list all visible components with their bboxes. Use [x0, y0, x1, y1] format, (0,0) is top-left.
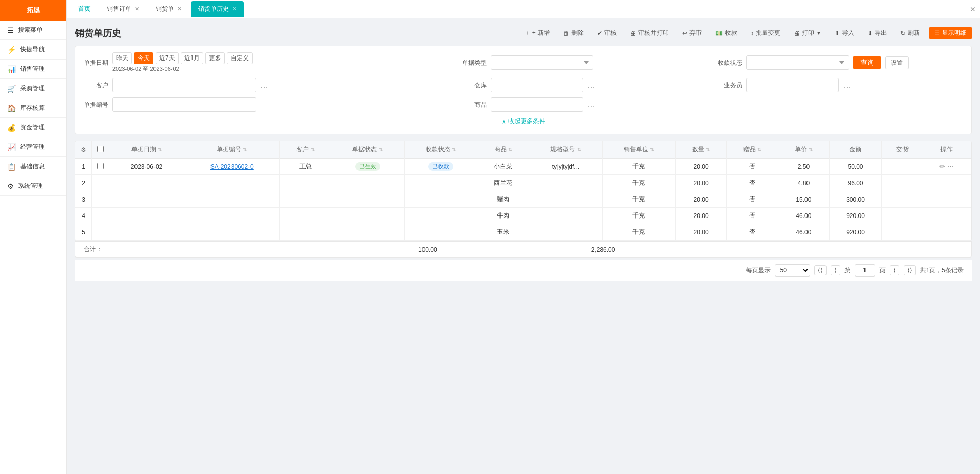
system-mgmt-icon: ⚙ [7, 182, 14, 190]
sidebar-item-basic-info[interactable]: 📋 基础信息 [0, 157, 66, 176]
col-doc-date[interactable]: 单据日期 ⇅ [109, 141, 184, 159]
batch-change-button[interactable]: ↕ 批量变更 [746, 27, 784, 40]
col-transaction[interactable]: 交货 [882, 141, 923, 159]
tab-sales-goods-close[interactable]: ✕ [177, 6, 182, 12]
col-unit[interactable]: 销售单位 ⇅ [602, 141, 675, 159]
cell-amount: 50.00 [829, 159, 881, 175]
collapse-button[interactable]: ∧ 收起更多条件 [84, 115, 963, 128]
doc-no-input[interactable] [112, 97, 256, 112]
staff-input[interactable] [746, 78, 839, 92]
refresh-button[interactable]: ↻ 刷新 [896, 27, 924, 40]
page-next-button[interactable]: ⟩ [890, 265, 899, 275]
review-print-button[interactable]: 🖨 审核并打印 [626, 27, 673, 40]
cell-doc-status [331, 208, 404, 224]
col-qty-label: 数量 [692, 146, 704, 153]
new-button[interactable]: ＋ + 新增 [520, 27, 554, 40]
sidebar-item-system-mgmt[interactable]: ⚙ 系统管理 [0, 176, 66, 196]
sidebar-item-label: 基础信息 [20, 162, 45, 171]
goods-input[interactable] [491, 97, 583, 112]
doc-type-select[interactable] [491, 55, 593, 70]
page-prev-button[interactable]: ⟨ [831, 265, 840, 275]
display-detail-button[interactable]: ☰ 显示明细 [929, 27, 972, 40]
warehouse-more-btn[interactable]: … [587, 81, 595, 89]
query-button[interactable]: 查询 [853, 56, 881, 69]
col-goods[interactable]: 商品 ⇅ [477, 141, 529, 159]
print-button[interactable]: 🖨 打印 ▼ [790, 27, 825, 40]
sidebar-item-purchase-mgmt[interactable]: 🛒 采购管理 [0, 79, 66, 98]
cell-checkbox[interactable] [92, 208, 109, 224]
col-checkbox[interactable] [92, 141, 109, 159]
date-range-text: 2023-06-02 至 2023-06-02 [112, 65, 253, 73]
date-1month-btn[interactable]: 近1月 [181, 52, 204, 64]
col-doc-no[interactable]: 单据编号 ⇅ [184, 141, 280, 159]
col-spec[interactable]: 规格型号 ⇅ [529, 141, 602, 159]
tab-sales-history[interactable]: 销货单历史 ✕ [191, 1, 244, 17]
filter-row-1: 单据日期 昨天 今天 近7天 近1月 更多 自定义 2023-06-02 至 2… [84, 52, 963, 73]
customer-more-btn[interactable]: … [260, 81, 268, 89]
customer-input[interactable] [112, 78, 256, 92]
sidebar-item-sales-mgmt[interactable]: 📊 销售管理 [0, 60, 66, 79]
table-header-row: ⚙ 单据日期 ⇅ 单据编号 ⇅ [75, 141, 971, 159]
collect-status-select[interactable] [746, 55, 849, 70]
cell-checkbox[interactable] [92, 159, 109, 175]
sidebar-item-finance[interactable]: 💰 资金管理 [0, 118, 66, 137]
page-first-button[interactable]: ⟨⟨ [814, 265, 827, 275]
col-doc-status[interactable]: 单据状态 ⇅ [331, 141, 404, 159]
print-icon: 🖨 [794, 30, 800, 37]
delete-button[interactable]: 🗑 删除 [559, 27, 588, 40]
review-button[interactable]: ✔ 审核 [593, 27, 621, 40]
tab-sales-goods[interactable]: 销货单 ✕ [148, 1, 189, 17]
col-gift-label: 赠品 [743, 146, 756, 153]
per-page-select[interactable]: 50 100 [775, 264, 810, 276]
date-custom-btn[interactable]: 自定义 [227, 52, 253, 64]
date-7days-btn[interactable]: 近7天 [156, 52, 179, 64]
select-all-checkbox[interactable] [97, 146, 104, 152]
doc-no-link[interactable]: SA-20230602-0 [210, 163, 254, 170]
tab-sales-order[interactable]: 销售订单 ✕ [100, 1, 146, 17]
staff-more-btn[interactable]: … [843, 81, 851, 89]
import-button[interactable]: ⬆ 导入 [831, 27, 858, 40]
cell-actions [923, 175, 971, 191]
date-today-btn[interactable]: 今天 [134, 52, 153, 64]
filter-group-doc-type: 单据类型 [462, 55, 707, 70]
date-yesterday-btn[interactable]: 昨天 [112, 52, 132, 64]
cell-checkbox[interactable] [92, 191, 109, 208]
tab-sales-history-close[interactable]: ✕ [232, 6, 237, 12]
sidebar-item-search-menu[interactable]: ☰ 搜索菜单 [0, 21, 66, 40]
tab-home[interactable]: 首页 [71, 1, 98, 17]
page-content: 销货单历史 ＋ + 新增 🗑 删除 ✔ 审核 🖨 审核并打印 [67, 18, 980, 474]
tab-sales-order-close[interactable]: ✕ [134, 6, 139, 12]
col-amount[interactable]: 金额 [829, 141, 881, 159]
row-checkbox[interactable] [97, 163, 104, 169]
sidebar-item-inventory[interactable]: 🏠 库存核算 [0, 98, 66, 118]
date-more-btn[interactable]: 更多 [205, 52, 225, 64]
col-settings[interactable]: ⚙ [75, 141, 92, 159]
goods-more-btn[interactable]: … [587, 101, 595, 109]
col-unit-price[interactable]: 单价 ⇅ [778, 141, 829, 159]
sidebar-item-quick-nav[interactable]: ⚡ 快捷导航 [0, 40, 66, 60]
export-button[interactable]: ⬇ 导出 [863, 27, 891, 40]
more-action[interactable]: ⋯ [947, 163, 954, 170]
abandon-button[interactable]: ↩ 弃审 [678, 27, 706, 40]
col-collect-status[interactable]: 收款状态 ⇅ [404, 141, 477, 159]
collect-button[interactable]: 💵 收款 [711, 27, 741, 40]
cell-unit: 千克 [602, 175, 675, 191]
col-customer[interactable]: 客户 ⇅ [280, 141, 331, 159]
col-qty[interactable]: 数量 ⇅ [676, 141, 727, 159]
col-doc-date-label: 单据日期 [131, 146, 156, 153]
sidebar-item-operations[interactable]: 📈 经营管理 [0, 137, 66, 157]
sort-goods-icon: ⇅ [508, 147, 512, 152]
col-gift[interactable]: 赠品 ⇅ [727, 141, 778, 159]
cell-checkbox[interactable] [92, 224, 109, 241]
setting-button[interactable]: 设置 [885, 56, 909, 69]
cell-transaction [882, 224, 923, 241]
cell-actions [923, 224, 971, 241]
cell-transaction [882, 191, 923, 208]
warehouse-input[interactable] [491, 78, 583, 92]
page-number-input[interactable] [855, 264, 875, 276]
cell-checkbox[interactable] [92, 175, 109, 191]
page-last-button[interactable]: ⟩⟩ [904, 265, 916, 275]
edit-action[interactable]: ✏ [939, 163, 945, 170]
window-close-button[interactable]: ✕ [970, 5, 976, 13]
collect-status-label: 收款状态 [718, 58, 742, 67]
